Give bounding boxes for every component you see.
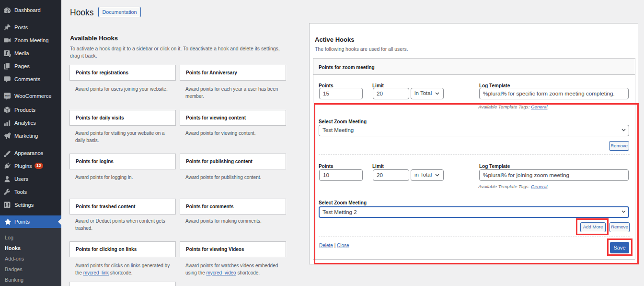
svg-text:woo: woo <box>4 94 10 97</box>
